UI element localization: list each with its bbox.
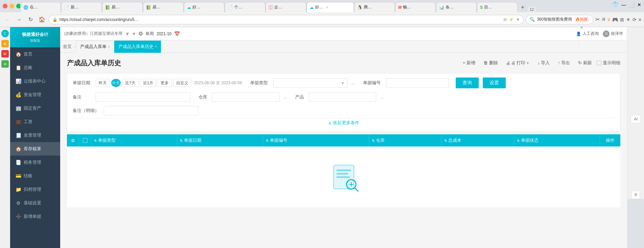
date-btn-custom[interactable]: 自定义 xyxy=(173,79,191,87)
th-status[interactable]: ⇅ 单据状态 xyxy=(514,134,600,146)
tab-4[interactable]: 📗 易… xyxy=(143,2,184,12)
print-btn[interactable]: 🖨 🖨 打印 ▼ xyxy=(503,58,533,68)
nav-item-tax[interactable]: 📑 税务管理 xyxy=(10,156,60,169)
refresh-page-btn[interactable]: ↻ 刷新 xyxy=(575,58,595,68)
date-btn-1month[interactable]: 近1月 xyxy=(140,79,157,87)
user-profile-btn[interactable]: U 徐泽华 xyxy=(603,30,623,37)
warehouse-filter-input[interactable] xyxy=(212,92,280,102)
nav-item-cloud-report[interactable]: 📊 云报表中心 xyxy=(10,74,60,88)
th-number[interactable]: ⇅ 单据编号 xyxy=(263,134,369,146)
add-company-btn[interactable]: + xyxy=(133,31,136,37)
tab-9[interactable]: 🐧 腾… xyxy=(354,2,395,12)
type-filter-more[interactable]: ... xyxy=(352,81,355,85)
nav-item-salary[interactable]: 💼 工资 xyxy=(10,115,60,129)
home-btn[interactable]: 🏠 xyxy=(37,15,47,24)
tab-7[interactable]: 🇨 企… xyxy=(266,2,306,12)
tab-10[interactable]: M 畅… xyxy=(395,2,436,12)
nav-item-invoice[interactable]: 🧾 发票管理 xyxy=(10,129,60,142)
browser-close-btn[interactable]: ✕ xyxy=(637,2,641,7)
tab-list[interactable]: 产成品入库单 × xyxy=(76,41,114,53)
th-cost[interactable]: ⇅ 总成本 xyxy=(442,134,514,146)
th-settings[interactable]: ⚙ xyxy=(67,134,79,146)
nav-item-ledger[interactable]: 📋 总账 xyxy=(10,61,60,74)
export-btn[interactable]: ↑ 导出 xyxy=(554,58,573,68)
browser-ext-3[interactable]: W xyxy=(1,50,9,58)
add-btn[interactable]: + 新增 xyxy=(459,58,479,68)
ai-consult-btn[interactable]: 👤 人工咨询 xyxy=(576,31,599,37)
th-type[interactable]: ⇅ 单据类型 xyxy=(91,134,177,146)
th-checkbox[interactable] xyxy=(79,134,91,146)
nav-item-fixed-assets[interactable]: 🏢 固定资产 xyxy=(10,102,60,115)
nav-item-capital[interactable]: 💰 资金管理 xyxy=(10,88,60,102)
tab-list-close[interactable]: × xyxy=(108,45,110,49)
collapse-btn[interactable]: ∧ 收起更多条件 xyxy=(328,120,359,126)
query-btn[interactable]: 查询 xyxy=(456,77,479,88)
browser-ext-2[interactable]: ★ xyxy=(1,40,9,47)
tab-11[interactable]: 📊 各… xyxy=(436,2,477,12)
ai-assistant-btn[interactable]: Ai xyxy=(631,115,641,123)
new-tab-btn[interactable]: + xyxy=(518,3,527,12)
tab-6[interactable]: 📄 个… xyxy=(225,2,265,12)
browser-shirt-icon[interactable]: 👕 xyxy=(612,1,619,8)
tab-2[interactable]: 📄 新… xyxy=(61,2,102,12)
game-icon[interactable]: 🎮 xyxy=(612,17,618,22)
product-filter-more[interactable]: ... xyxy=(380,95,384,99)
type-filter-select[interactable]: ▼ xyxy=(273,78,348,88)
yuan-icon[interactable]: ¥ xyxy=(607,17,610,22)
th-select-all-checkbox[interactable] xyxy=(83,138,88,143)
breadcrumb-home[interactable]: 首页 xyxy=(60,41,74,53)
date-btn-more[interactable]: 更多 xyxy=(158,79,172,87)
tab-8[interactable]: ☁ 好… × xyxy=(307,2,354,12)
tab-12[interactable]: S 目… xyxy=(477,2,518,12)
back-btn[interactable]: ← xyxy=(3,15,12,24)
warehouse-filter-more[interactable]: ... xyxy=(284,95,287,99)
nav-item-archive[interactable]: 📁 归档管理 xyxy=(10,183,60,196)
close-window-btn[interactable] xyxy=(3,4,7,8)
nav-item-basic-settings[interactable]: ⚙ 基础设置 xyxy=(10,196,60,210)
tab-8-close[interactable]: × xyxy=(326,5,328,9)
tab-history[interactable]: 产成品入库单历史 × xyxy=(114,41,161,53)
import-btn[interactable]: ↓ 导入 xyxy=(534,58,553,68)
nav-item-inventory[interactable]: 🏠 库存核算 xyxy=(10,142,60,156)
calendar-icon[interactable]: 📅 xyxy=(174,31,180,37)
show-columns-checkbox[interactable] xyxy=(597,61,601,65)
show-columns-toggle[interactable]: 显示明细 xyxy=(597,60,620,66)
print-dropdown[interactable]: ▼ xyxy=(526,61,529,65)
close-content-btn[interactable]: × xyxy=(580,27,583,31)
th-date[interactable]: ⇅ 单据日期 xyxy=(177,134,263,146)
delete-btn[interactable]: 🗑 删除 xyxy=(480,58,501,68)
if-assistant-btn[interactable]: If xyxy=(631,191,640,199)
browser-ext-1[interactable]: C xyxy=(1,30,9,37)
minimize-window-btn[interactable] xyxy=(9,4,14,8)
tab-5[interactable]: ☁ 好… xyxy=(184,2,224,12)
browser-minimize-btn[interactable]: — xyxy=(621,2,626,7)
translate-btn[interactable]: 译 xyxy=(602,17,605,22)
note-filter-input[interactable] xyxy=(96,92,190,102)
scissors-icon[interactable]: ✂ xyxy=(595,16,600,23)
sync-icon[interactable]: ⟳ xyxy=(633,17,637,22)
browser-restore-btn[interactable]: ⬜ xyxy=(629,2,635,7)
search-bar[interactable]: 🔍 360智能抠图免费用 🔥热搜 xyxy=(526,15,593,24)
address-bar[interactable]: 🔒 https://cloud.chanjet.com/accounting/u… xyxy=(49,15,524,24)
product-filter-input[interactable] xyxy=(309,92,376,102)
tab-3[interactable]: 📗 易… xyxy=(102,2,143,12)
browser-ext-4[interactable]: ✉ xyxy=(1,60,9,68)
nav-item-checkout[interactable]: 💳 结账 xyxy=(10,169,60,183)
refresh-btn[interactable]: ↻ xyxy=(26,15,35,24)
settings-filter-btn[interactable]: 设置 xyxy=(483,77,506,88)
forward-btn[interactable]: → xyxy=(14,15,24,24)
tab-history-close[interactable]: × xyxy=(155,45,157,48)
date-btn-7days[interactable]: 近7天 xyxy=(122,79,139,87)
date-btn-yesterday[interactable]: 昨天 xyxy=(96,79,110,87)
grid-icon[interactable]: ⊞ xyxy=(620,17,624,22)
tab-1[interactable]: 🌐 在… xyxy=(20,2,61,12)
company-dropdown-icon[interactable]: ▼ xyxy=(125,31,130,37)
more-menu-icon[interactable]: ≡ xyxy=(639,17,641,22)
nav-item-new-bill[interactable]: ➕ 新增单据 xyxy=(10,210,60,223)
date-btn-today[interactable]: 今天 xyxy=(111,79,121,87)
number-filter-input[interactable] xyxy=(386,78,449,88)
th-warehouse[interactable]: ⇅ 仓库 xyxy=(369,134,442,146)
address-dropdown-icon[interactable]: ▼ xyxy=(516,17,520,22)
nav-item-home[interactable]: 🏠 首页 xyxy=(10,47,60,61)
settings-company-btn[interactable]: ⚙ xyxy=(138,30,143,37)
